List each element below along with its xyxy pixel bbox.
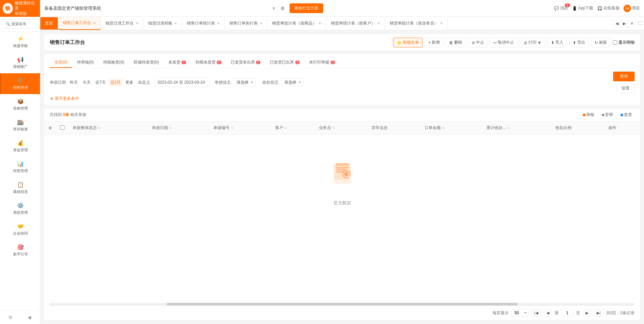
tab-close-shipment-product[interactable]: ✕ xyxy=(318,22,321,25)
tab-close-shipment-customer[interactable]: ✕ xyxy=(377,22,380,25)
date-range-display[interactable]: 2023-02-24 至 2023-03-24 xyxy=(154,78,208,87)
date-7days[interactable]: 近7天 xyxy=(94,79,107,86)
tab-scroll-right[interactable]: ▶ xyxy=(620,18,628,29)
set-button[interactable]: 设置 xyxy=(616,83,635,93)
tab-reconciliation[interactable]: 钱货日清对账 ✕ xyxy=(143,17,182,30)
sidebar-item-quick-nav[interactable]: ⚡ 快捷导航 xyxy=(0,32,40,52)
cancel-stop-button[interactable]: ↩ 取消中止 xyxy=(490,38,518,47)
col-checkbox[interactable] xyxy=(56,122,69,134)
scrollbar-thumb[interactable] xyxy=(167,303,518,306)
date-yesterday[interactable]: 昨天 xyxy=(69,79,79,86)
status-filter-select[interactable]: 请选择 xyxy=(233,78,256,86)
tab-shipment-by-customer[interactable]: 销货单统计表（按客户） ✕ xyxy=(326,17,385,30)
col-amount[interactable]: 订单金额 ⇅ xyxy=(421,122,482,134)
stop-button[interactable]: ⊘ 中止 xyxy=(468,38,488,47)
date-today[interactable]: 今天 xyxy=(81,79,92,86)
search-button[interactable]: 查询 xyxy=(613,72,635,81)
sidebar-item-basic-info[interactable]: 📋 基础信息 xyxy=(0,177,40,198)
last-page-button[interactable]: ▶| xyxy=(594,309,603,317)
tab-shipment-by-product[interactable]: 销货单统计表（按商品） ✕ xyxy=(267,17,326,30)
print-button[interactable]: 🖨 打印 ▼ xyxy=(520,38,545,47)
col-date[interactable]: 单据日期 ⇅ xyxy=(148,122,209,134)
sidebar-item-management[interactable]: 📊 经营管理 xyxy=(0,157,40,177)
tab-close-sales-exec[interactable]: ✕ xyxy=(260,22,262,25)
payment-filter-select[interactable]: 请选择 xyxy=(281,78,303,86)
message-button[interactable]: 💬 消息 5 xyxy=(554,5,568,11)
filter-tab-not-printed[interactable]: 未打印单据 0 xyxy=(304,57,340,68)
filter-tab-overdue-not-shipped[interactable]: 到期未发货 0 xyxy=(191,57,226,68)
date-1month[interactable]: 近1月 xyxy=(109,79,122,86)
tab-home[interactable]: 首页 xyxy=(40,17,58,30)
online-service-button[interactable]: 🎧 在线客服 xyxy=(597,5,619,11)
col-operation[interactable]: 操作 xyxy=(604,122,640,134)
select-all-checkbox[interactable] xyxy=(60,125,65,130)
filter-tab-wangpu-ship[interactable]: 旺铺待发货(0) xyxy=(129,57,164,68)
audit-button[interactable]: 审核 xyxy=(580,111,597,119)
tab-maximize[interactable]: ⛶ xyxy=(636,18,644,29)
tab-close-sales-order[interactable]: ✕ xyxy=(93,21,96,25)
col-error-info[interactable]: 异常信息 xyxy=(368,122,421,134)
next-page-button[interactable]: ▶ xyxy=(583,309,591,317)
tab-scroll-left[interactable]: ◀ xyxy=(613,18,620,29)
solution-button[interactable]: 体验行业方案 xyxy=(290,3,323,13)
gear-button[interactable]: ⚙ xyxy=(279,4,286,12)
filter-tab-not-shipped[interactable]: 未发货 0 xyxy=(164,57,191,68)
filter-tab-pending-inspect[interactable]: 待拣验货(0) xyxy=(98,57,129,68)
tab-sales-exec[interactable]: 销售订单执行表 ✕ xyxy=(225,17,267,30)
tab-close-all[interactable]: ✕ xyxy=(628,18,636,29)
user-button[interactable]: Ea 用友 xyxy=(624,5,640,12)
tab-sales-order-workbench[interactable]: 销售订单工作台 ✕ xyxy=(58,17,101,30)
sidebar-item-enterprise[interactable]: 🤝 企业协同 xyxy=(0,219,40,240)
prev-page-button[interactable]: ◀ xyxy=(544,309,552,317)
tab-close-reconciliation[interactable]: ✕ xyxy=(174,22,177,25)
per-page-select[interactable]: 20 50 100 xyxy=(511,309,528,317)
ship-button[interactable]: 发货 xyxy=(618,111,635,119)
tab-sales-stat[interactable]: 销售订单统计表 ✕ xyxy=(182,17,225,30)
sidebar-item-purchase[interactable]: 📦 采购管理 xyxy=(0,94,40,115)
app-download-button[interactable]: 📱 App下载 xyxy=(572,5,593,11)
add-button[interactable]: + 新增 xyxy=(425,38,443,47)
sidebar-item-finance[interactable]: 💰 资金管理 xyxy=(0,136,40,157)
col-salesperson[interactable]: 业务员 ⇅ xyxy=(315,122,368,134)
page-suffix: 页 xyxy=(576,310,580,316)
sidebar-item-system[interactable]: ⚙️ 系统管理 xyxy=(0,198,40,219)
search-menu-button[interactable]: 🔍 搜索菜单 xyxy=(3,19,37,29)
tab-close-sales-stat[interactable]: ✕ xyxy=(217,22,220,25)
col-settings[interactable]: ⚙ xyxy=(44,122,56,134)
col-status[interactable]: 单据整体状态 ⇅ xyxy=(69,122,148,134)
tab-daily-clearing[interactable]: 钱货日清工作台 ✕ xyxy=(101,17,143,30)
col-customer[interactable]: 客户 ⇅ xyxy=(271,122,315,134)
sidebar-item-marketing[interactable]: 📢 营销推广 xyxy=(0,52,40,73)
sidebar-item-inventory[interactable]: 🏬 库存核算 xyxy=(0,115,40,136)
sidebar-search[interactable]: 🔍 搜索菜单 xyxy=(0,17,40,32)
horizontal-scrollbar[interactable] xyxy=(50,303,635,306)
expand-conditions-button[interactable]: ▼ 展开更多条件 xyxy=(50,96,79,102)
col-number[interactable]: 单据编号 ⇅ xyxy=(209,122,271,134)
delete-button[interactable]: 🗑 删除 xyxy=(445,38,466,47)
collapse-button[interactable]: ◀ xyxy=(22,313,38,321)
filter-tab-all[interactable]: 全部(0) xyxy=(50,57,72,68)
tab-shipment-by-salesperson[interactable]: 销货单统计表（按业务员） ✕ xyxy=(385,17,448,30)
col-cumulative-receipt[interactable]: 累计收款... ⇅ xyxy=(482,122,551,134)
page-input[interactable] xyxy=(561,309,573,317)
refresh-button[interactable]: ↻ 刷新 xyxy=(591,38,611,47)
filter-tab-shipped-warehoused[interactable]: 已发货已出库 0 xyxy=(265,57,304,68)
sidebar-item-sales[interactable]: 🛒 销售管理 xyxy=(0,73,40,94)
show-detail-label[interactable]: 显示明细 xyxy=(613,40,635,45)
tab-close-daily-clearing[interactable]: ✕ xyxy=(136,22,138,25)
sidebar-item-guide[interactable]: 🎯 新手引导 xyxy=(0,240,40,261)
smart-create-button[interactable]: ⭐ 智能生单 xyxy=(393,38,423,47)
show-detail-checkbox[interactable] xyxy=(613,40,617,45)
dropdown-arrow[interactable]: ▼ xyxy=(272,6,276,11)
settings-bottom-button[interactable]: ⚙ xyxy=(3,313,19,321)
import-button[interactable]: ⬇ 导入 xyxy=(547,38,567,47)
date-custom[interactable]: 自定义 xyxy=(137,79,152,86)
cancel-audit-button[interactable]: 弃审 xyxy=(599,111,616,119)
tab-close-shipment-salesperson[interactable]: ✕ xyxy=(440,22,443,25)
filter-tab-pending-review[interactable]: 待审核(0) xyxy=(72,57,99,68)
first-page-button[interactable]: |◀ xyxy=(531,309,541,317)
export-button[interactable]: ⬆ 导出 xyxy=(569,38,589,47)
date-more[interactable]: 更多 xyxy=(124,79,135,86)
filter-tab-shipped-not-warehoused[interactable]: 已发货未出库 0 xyxy=(226,57,265,68)
col-receipt-ratio[interactable]: 收款比例 xyxy=(551,122,604,134)
